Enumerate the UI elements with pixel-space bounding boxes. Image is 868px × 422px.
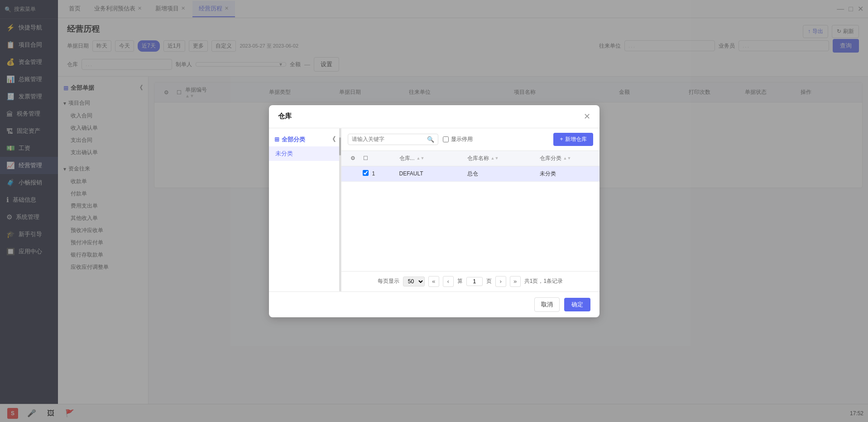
confirm-button[interactable]: 确定 xyxy=(564,298,590,311)
row-checkbox[interactable] xyxy=(363,170,369,176)
category-header-label: 全部分类 xyxy=(282,136,305,144)
category-panel: ⊞ 全部分类 《 未分类 xyxy=(269,128,341,291)
search-icon2: 🔍 xyxy=(427,136,434,143)
search-box[interactable]: 🔍 xyxy=(348,134,438,145)
table-row[interactable]: 1 DEFAULT 总仓 未分类 xyxy=(341,166,599,182)
row-category: 未分类 xyxy=(540,170,594,178)
category-scrollbar[interactable] xyxy=(339,128,341,291)
warehouse-dialog: 仓库 ✕ ⊞ 全部分类 《 未分类 xyxy=(269,105,599,317)
category-all[interactable]: ⊞ 全部分类 《 xyxy=(269,133,341,146)
page-last-btn[interactable]: » xyxy=(510,276,521,287)
dialog-pagination: 每页显示 50 « ‹ 算 页 › » 共1页，1条记录 xyxy=(341,271,599,291)
dialog-body: ⊞ 全部分类 《 未分类 🔍 xyxy=(269,128,599,291)
dialog-th-cat: 仓库分类 ▲▼ xyxy=(540,155,594,162)
dialog-per-page-select[interactable]: 50 xyxy=(403,276,425,286)
plus-icon: + xyxy=(560,136,563,142)
row-name: 总仓 xyxy=(467,170,540,178)
category-scrollbar-thumb xyxy=(339,137,341,155)
show-disabled-checkbox[interactable]: 显示停用 xyxy=(443,136,473,143)
category-item-uncategorized[interactable]: 未分类 xyxy=(269,146,341,161)
page-prev-btn[interactable]: ‹ xyxy=(443,276,454,287)
sort-icon-name: ▲▼ xyxy=(491,156,499,160)
dialog-footer: 取消 确定 xyxy=(269,291,599,317)
row-code: DEFAULT xyxy=(399,170,467,177)
dialog-total-text: 共1页，1条记录 xyxy=(524,277,563,285)
overlay: 仓库 ✕ ⊞ 全部分类 《 未分类 xyxy=(0,0,868,422)
show-disabled-label: 显示停用 xyxy=(451,136,473,143)
dialog-per-page-label: 每页显示 xyxy=(378,277,399,285)
show-disabled-check[interactable] xyxy=(443,136,449,142)
dialog-th-gear: ⚙ xyxy=(347,155,360,161)
page-unit: 页 xyxy=(486,277,492,285)
page-first-btn[interactable]: « xyxy=(428,276,439,287)
row-id: 1 xyxy=(372,170,399,177)
page-label: 算 xyxy=(457,277,463,285)
dialog-th-code: 仓库... ▲▼ xyxy=(399,155,467,162)
dialog-title: 仓库 xyxy=(278,112,292,121)
content-panel: 🔍 显示停用 + 新增仓库 ⚙ ☐ xyxy=(341,128,599,291)
page-next-btn[interactable]: › xyxy=(495,276,506,287)
search-input[interactable] xyxy=(352,136,424,142)
dialog-close-button[interactable]: ✕ xyxy=(584,112,590,121)
cancel-button[interactable]: 取消 xyxy=(534,297,560,312)
add-warehouse-button[interactable]: + 新增仓库 xyxy=(553,133,593,146)
row-check[interactable] xyxy=(360,170,372,177)
sort-icon-code: ▲▼ xyxy=(417,156,425,160)
sort-icon-cat: ▲▼ xyxy=(563,156,571,160)
data-table: ⚙ ☐ 仓库... ▲▼ 仓库名称 ▲▼ 仓库分类 xyxy=(341,151,599,271)
content-toolbar: 🔍 显示停用 + 新增仓库 xyxy=(341,128,599,151)
dialog-th-check[interactable]: ☐ xyxy=(360,155,372,161)
dialog-page-input[interactable] xyxy=(466,277,483,286)
dialog-header: 仓库 ✕ xyxy=(269,105,599,128)
dialog-th-name: 仓库名称 ▲▼ xyxy=(467,155,540,162)
grid-icon2: ⊞ xyxy=(274,136,279,143)
category-collapse[interactable]: 《 xyxy=(329,136,336,144)
dialog-table-header: ⚙ ☐ 仓库... ▲▼ 仓库名称 ▲▼ 仓库分类 xyxy=(341,151,599,166)
